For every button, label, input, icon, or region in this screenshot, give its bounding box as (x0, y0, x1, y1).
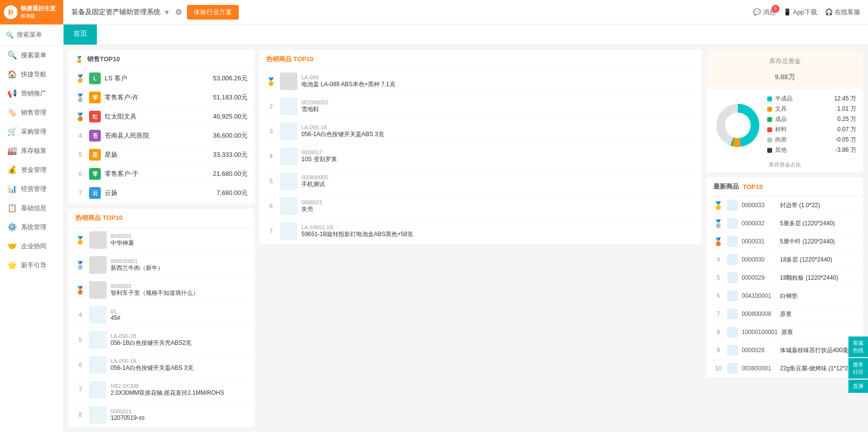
list-item: 4 0000017 10S 变刮罗浆 (259, 144, 702, 169)
product-placeholder (280, 147, 297, 165)
list-item: 5 000800005 手机测试 (259, 169, 702, 194)
avatar: L (89, 72, 101, 84)
online-service-button[interactable]: 🎧 在线客服 (825, 8, 860, 17)
legend-color (767, 107, 772, 112)
medal-bronze-icon: 🥉 (75, 286, 85, 295)
hot-products-top-header: 热销商品 TOP10 (259, 50, 702, 69)
table-row: 6 零 零售客户-于 21,680.00元 (69, 165, 254, 184)
top-customers-card: 🏅 销售TOP10 🥇 L LS 客户 53,006.26元 🥈 零 零售客户-… (69, 50, 254, 204)
sidebar-item-basic[interactable]: 📋基础信息 (0, 198, 63, 217)
top-customers-header: 🏅 销售TOP10 (69, 50, 254, 69)
nav-icon-purchase: 🛒 (7, 127, 17, 136)
medal-silver-icon: 🥈 (713, 219, 723, 228)
sidebar: 好 畅捷通好生意 标准版 🔍 搜索菜单 🔍搜索菜单🏠快捷导航📢营销推广🏷️销售管… (0, 0, 64, 432)
hot-products-card: 热销商品 TOP10 🥇 0000001 中华神薯 🥈 000500001 新西… (69, 209, 254, 427)
list-item: 5 0000029 18颗粒板 (1220*2440) (707, 269, 863, 287)
message-button[interactable]: 💬 消息 6 (753, 8, 776, 17)
product-placeholder (280, 97, 297, 115)
list-item: 10 003800001 22g鱼豆腐-烧烤味 (1*12*20) (707, 360, 863, 378)
mid-column: 热销商品 TOP10 🥇 LA-089 电池盖 LA-089 ABS本色+黑种 … (259, 50, 702, 427)
list-item: 8 0000011 12070519-xs (69, 403, 254, 427)
table-row: 🥉 红 红太阳文具 40,925.00元 (69, 107, 254, 126)
list-item: 2 001000002 雪地鞋 (259, 94, 702, 119)
sidebar-item-quick[interactable]: 🏠快捷导航 (0, 65, 63, 84)
list-item: 4 01 45# (69, 303, 254, 328)
list-item: 3 LA-056-1A 056-1A白色按键开关盖ABS 3克 (259, 119, 702, 144)
list-item: 9 0000028 体城嘉枝味苏打饮品400毫升 (1*15) (707, 341, 863, 360)
main-content: 🏅 销售TOP10 🥇 L LS 客户 53,006.26元 🥈 零 零售客户-… (64, 45, 868, 432)
avatar: 红 (89, 111, 101, 122)
chart-legend: 半成品 12.45 万 文具 1.01 万 成品 0.25 万 材料 0.07 … (767, 95, 856, 156)
settings-button[interactable]: ⚙ (175, 7, 182, 17)
float-btn-1[interactable]: 服务 社区 (848, 358, 868, 379)
medal-bronze-icon: 🥉 (75, 112, 85, 121)
legend-item: 半成品 12.45 万 (767, 95, 856, 103)
avatar: 苍 (89, 130, 101, 142)
medal-gold-icon: 🥇 (75, 236, 85, 245)
list-item: 7 000800008 原查 (707, 305, 863, 323)
nav-icon-finance: 💰 (7, 165, 17, 174)
legend-color (767, 148, 772, 153)
legend-color (767, 138, 772, 143)
app-download-button[interactable]: 📱 App下载 (783, 8, 817, 17)
svg-point-4 (725, 113, 751, 138)
new-products-list: 🥇 0000033 封边带 (1.0*22) 🥈 0000032 5厘多层 (1… (707, 196, 863, 378)
list-item: 8 10000100001 原查 (707, 323, 863, 341)
sidebar-item-marketing[interactable]: 📢营销推广 (0, 84, 63, 103)
nav-icon-guide: 🌟 (7, 261, 17, 270)
logo-text: 畅捷通好生意 标准版 (21, 5, 56, 20)
product-placeholder (89, 381, 107, 399)
sidebar-item-inventory[interactable]: 🏭库存核算 (0, 141, 63, 160)
medal-gold-icon: 🥇 (713, 201, 723, 210)
medal-gold-icon: 🥇 (75, 74, 85, 83)
tab-home[interactable]: 首页 (64, 24, 97, 45)
sidebar-item-purchase[interactable]: 🛒采购管理 (0, 122, 63, 141)
top-header: 装备及固定资产辅助管理系统 ▼ ⚙ 体验行业方案 💬 消息 6 📱 App下载 … (64, 0, 868, 24)
product-placeholder (727, 272, 738, 283)
sidebar-item-finance[interactable]: 💰资金管理 (0, 160, 63, 179)
sidebar-item-company[interactable]: 🤝企业协同 (0, 237, 63, 256)
phone-icon: 📱 (783, 8, 791, 16)
table-row: 🥈 零 零售客户-许 51,183.00元 (69, 88, 254, 107)
sidebar-item-operation[interactable]: 📊经营管理 (0, 179, 63, 198)
table-row: 🥇 L LS 客户 53,006.26元 (69, 69, 254, 88)
main-area: 装备及固定资产辅助管理系统 ▼ ⚙ 体验行业方案 💬 消息 6 📱 App下载 … (64, 0, 868, 432)
customers-table: 🥇 L LS 客户 53,006.26元 🥈 零 零售客户-许 51,183.0… (69, 69, 254, 204)
system-selector[interactable]: 装备及固定资产辅助管理系统 ▼ (71, 8, 170, 17)
list-item: 7 LA-59651-1B 59651-1B旋转投影灯电池盒ABS黑色+58克 (259, 219, 702, 244)
sidebar-search-container: 🔍 搜索菜单 (0, 24, 63, 46)
list-item: 🥉 0000002 智利车子里（规格不知道填什么） (69, 278, 254, 303)
sidebar-logo: 好 畅捷通好生意 标准版 (0, 0, 63, 24)
avatar: 云 (89, 187, 101, 199)
product-placeholder (727, 345, 738, 356)
sidebar-item-guide[interactable]: 🌟新手引导 (0, 256, 63, 275)
float-btn-0[interactable]: 客服 热线 (848, 336, 868, 357)
tab-bar: 首页 (64, 24, 868, 45)
medal-bronze-icon: 🥉 (713, 237, 723, 246)
float-btn-2[interactable]: 直播 (848, 380, 868, 393)
avatar: 星 (89, 149, 101, 161)
sidebar-item-sales[interactable]: 🏷️销售管理 (0, 103, 63, 122)
avatar: 零 (89, 92, 101, 103)
product-placeholder (280, 172, 297, 190)
product-placeholder (280, 122, 297, 140)
list-item: 6 LA-056-1A 056-1A白色按键开关盖ABS 3克 (69, 353, 254, 378)
chart-footer: 库存资金占比 (707, 161, 863, 172)
chevron-down-icon: ▼ (163, 8, 170, 16)
legend-color (767, 117, 772, 122)
product-placeholder (727, 363, 738, 374)
header-right: 💬 消息 6 📱 App下载 🎧 在线客服 (753, 8, 860, 17)
search-menu-button[interactable]: 🔍 搜索菜单 (4, 28, 59, 41)
list-item: 6 004100001 白钢垫 (707, 287, 863, 305)
trial-button[interactable]: 体验行业方案 (187, 5, 239, 20)
nav-icon-sales: 🏷️ (7, 108, 17, 117)
nav-icon-marketing: 📢 (7, 89, 17, 98)
left-column: 🏅 销售TOP10 🥇 L LS 客户 53,006.26元 🥈 零 零售客户-… (69, 50, 254, 427)
sidebar-item-system[interactable]: ⚙️系统管理 (0, 217, 63, 237)
inventory-total: 库存总资金 9.88万 (707, 50, 863, 90)
legend-item: 其他 -3.86 万 (767, 146, 856, 154)
sidebar-item-search[interactable]: 🔍搜索菜单 (0, 46, 63, 65)
search-icon: 🔍 (6, 31, 14, 39)
list-item: 7 NB2.0X30B 2.0X30MM双搓花轴,搓花直径2.1MM/ROHS (69, 378, 254, 403)
product-placeholder (727, 200, 738, 211)
